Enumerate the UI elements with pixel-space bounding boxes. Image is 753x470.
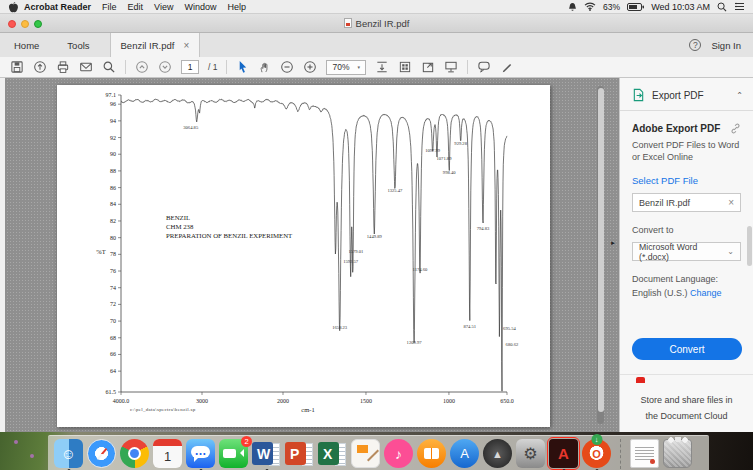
acrobat-tab-bar: Home Tools Benzil IR.pdf × ? Sign In [0,33,753,57]
wifi-icon[interactable] [584,2,596,11]
peak-label: 794.83 [477,226,490,231]
y-tick-label: 97.1 [106,92,117,98]
y-tick-label: 68 [110,335,116,341]
close-window-button[interactable] [8,20,16,28]
print-icon[interactable] [56,60,70,74]
find-icon[interactable] [102,60,116,74]
zoom-level-select[interactable]: 70% ▾ [326,60,366,75]
launchpad-glyph: ▲ [483,439,512,468]
menu-item-view[interactable]: View [154,2,173,12]
y-tick-label: 88 [110,168,116,174]
export-pdf-header[interactable]: Export PDF ⌃ [620,78,753,110]
word-glyph: W [252,439,281,468]
y-tick-label: 84 [110,201,116,207]
collapse-chevron-icon[interactable]: ⌃ [736,91,743,100]
zoom-window-button[interactable] [34,20,42,28]
calendar-glyph: 1 [153,439,182,468]
minimize-window-button[interactable] [21,20,29,28]
peak-label: 695.54 [503,326,516,331]
dock-word-icon[interactable]: W [252,439,281,468]
dock-facetime-icon[interactable]: 2 [219,439,248,468]
convert-button[interactable]: Convert [632,338,742,360]
zoom-in-icon[interactable] [303,60,317,74]
dock-itunes-icon[interactable]: ♪ [384,439,413,468]
chart-title-line: BENZIL [166,214,190,221]
fit-width-icon[interactable] [375,60,389,74]
dock-finder-icon[interactable]: ☺ [54,439,83,468]
screen: Acrobat Reader FileEditViewWindowHelp 63… [0,0,753,470]
pdf-page[interactable]: 97.1969492908886848280787674727068666461… [57,85,550,427]
dock-item: ▲ [483,439,512,470]
menu-app-name[interactable]: Acrobat Reader [24,2,91,12]
peak-label: 874.51 [463,324,476,329]
tab-tools[interactable]: Tools [53,33,103,57]
window-title: Benzil IR.pdf [356,18,410,29]
dock-sysprefs-icon[interactable]: ⚙ [516,439,545,468]
tab-home[interactable]: Home [0,33,53,57]
dock-messages-icon[interactable]: … [186,439,215,468]
select-pdf-file-link[interactable]: Select PDF File [632,175,741,186]
dock-appstore-icon[interactable]: A [450,439,479,468]
tab-document[interactable]: Benzil IR.pdf × [110,33,201,57]
notification-center-icon[interactable] [734,2,745,11]
dock-powerpoint-icon[interactable]: P [285,439,314,468]
menu-item-file[interactable]: File [102,2,117,12]
selected-file-box[interactable]: Benzil IR.pdf × [632,193,741,212]
help-icon[interactable]: ? [689,39,701,51]
sign-pen-icon[interactable] [500,60,514,74]
document-scrollbar[interactable] [597,86,604,424]
page-number-input[interactable] [181,60,199,74]
bell-icon[interactable] [568,2,577,12]
next-page-icon[interactable] [158,60,172,74]
page-thumbnails-icon[interactable] [398,60,412,74]
apple-menu-icon[interactable] [8,1,18,13]
menu-item-window[interactable]: Window [184,2,216,12]
spotlight-search-icon[interactable] [717,2,727,12]
dock-docfile-icon[interactable] [630,439,659,468]
dock-item: ☺ [54,439,83,470]
tab-close-icon[interactable]: × [183,40,189,51]
dock-item: O↓ [582,439,611,470]
dock-launchpad-icon[interactable]: ▲ [483,439,512,468]
dock-acrobat-icon[interactable]: A [549,439,578,468]
save-icon[interactable] [10,60,24,74]
peak-label: 1209.97 [407,340,423,345]
comment-icon[interactable] [477,60,491,74]
previous-page-icon[interactable] [135,60,149,74]
x-axis-label: cm-1 [301,406,314,413]
dock-chrome-icon[interactable] [120,439,149,468]
change-language-link[interactable]: Change [690,288,722,298]
dock-ibooks-icon[interactable] [417,439,446,468]
zoom-out-icon[interactable] [280,60,294,74]
selected-file-name: Benzil IR.pdf [639,198,690,208]
presentation-icon[interactable] [444,60,458,74]
x-tick-label: 3000 [196,398,208,404]
menu-item-help[interactable]: Help [227,2,246,12]
email-icon[interactable] [79,60,93,74]
dock-safari-icon[interactable] [87,439,116,468]
format-select[interactable]: Microsoft Word (*.docx) ⌄ [632,242,741,261]
menu-clock[interactable]: Wed 10:03 AM [651,2,710,12]
export-pdf-sidebar: Export PDF ⌃ Adobe Export PDF Convert PD… [619,78,753,432]
menu-item-edit[interactable]: Edit [128,2,144,12]
select-tool-icon[interactable] [236,60,249,74]
hand-tool-icon[interactable] [258,60,271,74]
export-pdf-icon [632,88,645,102]
sidebar-scrollbar-thumb[interactable] [747,226,752,266]
panel-collapse-handle-icon[interactable]: ► [610,240,616,246]
dock-pages-icon[interactable] [351,439,380,468]
document-pane[interactable]: 97.1969492908886848280787674727068666461… [0,78,619,432]
dock-trash-icon[interactable] [663,439,692,468]
peak-label: 1592.57 [343,259,359,264]
fullscreen-icon[interactable] [421,60,435,74]
document-scrollbar-thumb[interactable] [598,88,604,412]
dock-item [351,439,380,470]
dock-excel-icon[interactable]: X [318,439,347,468]
battery-percent: 63% [603,2,620,12]
share-upload-icon[interactable] [33,60,47,74]
peak-label: 1174.60 [413,267,428,272]
sign-in-button[interactable]: Sign In [711,40,741,51]
dock-calendar-icon[interactable]: 1 [153,439,182,468]
dock-office-icon[interactable]: O↓ [582,439,611,468]
remove-file-icon[interactable]: × [728,197,734,208]
